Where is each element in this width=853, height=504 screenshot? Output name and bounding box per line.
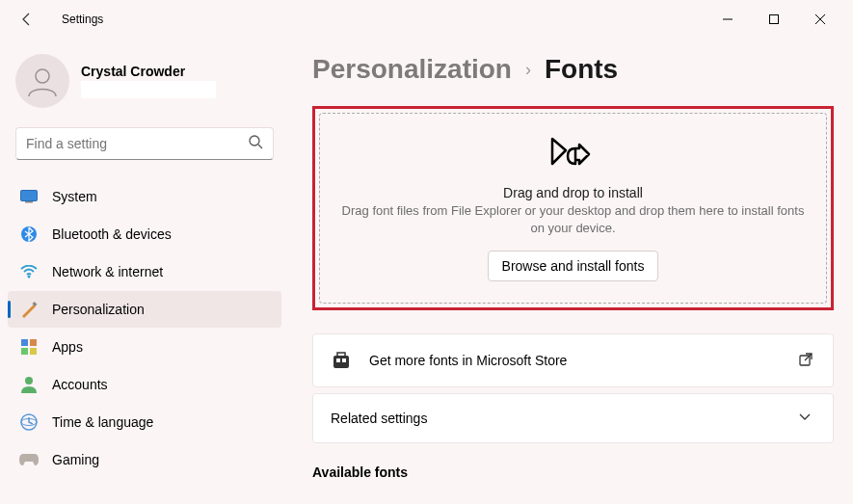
svg-rect-11 <box>30 339 37 346</box>
dropzone-title: Drag and drop to install <box>339 185 807 200</box>
avatar <box>15 54 69 108</box>
profile[interactable]: Crystal Crowder <box>8 42 281 127</box>
profile-email-placeholder <box>81 81 216 98</box>
svg-rect-13 <box>30 348 37 355</box>
bluetooth-icon <box>19 225 39 244</box>
sidebar-item-label: System <box>52 189 97 204</box>
close-button[interactable] <box>799 5 841 34</box>
sidebar-item-time[interactable]: Time & language <box>8 404 281 440</box>
sidebar-item-accounts[interactable]: Accounts <box>8 366 281 403</box>
maximize-button[interactable] <box>753 5 795 34</box>
sidebar-item-label: Gaming <box>52 452 99 467</box>
svg-point-3 <box>250 136 259 146</box>
personalization-icon <box>19 300 39 319</box>
breadcrumb: Personalization › Fonts <box>312 54 834 85</box>
store-card-label: Get more fonts in Microsoft Store <box>369 353 781 368</box>
sidebar-item-gaming[interactable]: Gaming <box>8 441 281 478</box>
sidebar-item-bluetooth[interactable]: Bluetooth & devices <box>8 216 281 252</box>
breadcrumb-parent[interactable]: Personalization <box>312 54 512 85</box>
gaming-icon <box>19 450 39 469</box>
app-title: Settings <box>62 13 103 26</box>
page-title: Fonts <box>545 54 618 85</box>
wifi-icon <box>19 262 39 281</box>
search-input[interactable] <box>26 136 248 151</box>
svg-rect-18 <box>336 358 340 362</box>
svg-point-8 <box>28 276 31 279</box>
apps-icon <box>19 337 39 357</box>
chevron-right-icon: › <box>525 60 531 80</box>
sidebar-item-label: Network & internet <box>52 264 163 279</box>
sidebar-item-label: Bluetooth & devices <box>52 226 172 242</box>
svg-rect-6 <box>25 201 33 203</box>
search-icon <box>248 134 263 153</box>
svg-rect-1 <box>770 15 779 24</box>
available-fonts-title: Available fonts <box>312 464 834 480</box>
sidebar-item-apps[interactable]: Apps <box>8 329 281 365</box>
browse-fonts-button[interactable]: Browse and install fonts <box>488 251 659 281</box>
dropzone-subtitle: Drag font files from File Explorer or yo… <box>339 202 807 237</box>
drag-drop-icon <box>546 137 600 175</box>
svg-rect-10 <box>21 339 28 346</box>
profile-name: Crystal Crowder <box>81 64 216 79</box>
svg-point-14 <box>25 377 33 385</box>
back-button[interactable] <box>12 4 42 35</box>
svg-rect-5 <box>21 191 38 201</box>
store-card[interactable]: Get more fonts in Microsoft Store <box>312 333 834 387</box>
font-dropzone[interactable]: Drag and drop to install Drag font files… <box>319 113 827 304</box>
chevron-down-icon <box>798 410 815 427</box>
external-link-icon <box>798 352 815 369</box>
svg-rect-12 <box>21 348 28 355</box>
related-card-label: Related settings <box>331 411 781 426</box>
sidebar-item-label: Apps <box>52 339 83 355</box>
minimize-button[interactable] <box>706 5 749 34</box>
window-controls <box>706 5 841 34</box>
main-content: Personalization › Fonts Drag and drop to… <box>289 39 853 504</box>
sidebar-item-label: Accounts <box>52 377 108 392</box>
related-settings-card[interactable]: Related settings <box>312 393 834 443</box>
sidebar-item-label: Personalization <box>52 302 145 317</box>
time-icon <box>19 412 39 432</box>
svg-rect-17 <box>333 356 349 368</box>
store-icon <box>331 350 352 371</box>
sidebar: Crystal Crowder System Bluetooth & devic… <box>0 39 289 504</box>
system-icon <box>19 187 39 206</box>
sidebar-item-network[interactable]: Network & internet <box>8 253 281 290</box>
sidebar-item-label: Time & language <box>52 414 153 430</box>
search-input-wrap[interactable] <box>15 127 274 160</box>
svg-point-2 <box>36 69 49 83</box>
accounts-icon <box>19 375 39 394</box>
svg-line-4 <box>258 145 262 148</box>
svg-rect-19 <box>342 358 346 362</box>
sidebar-item-personalization[interactable]: Personalization <box>8 291 281 328</box>
dropzone-highlight: Drag and drop to install Drag font files… <box>312 106 834 310</box>
sidebar-item-system[interactable]: System <box>8 178 281 215</box>
